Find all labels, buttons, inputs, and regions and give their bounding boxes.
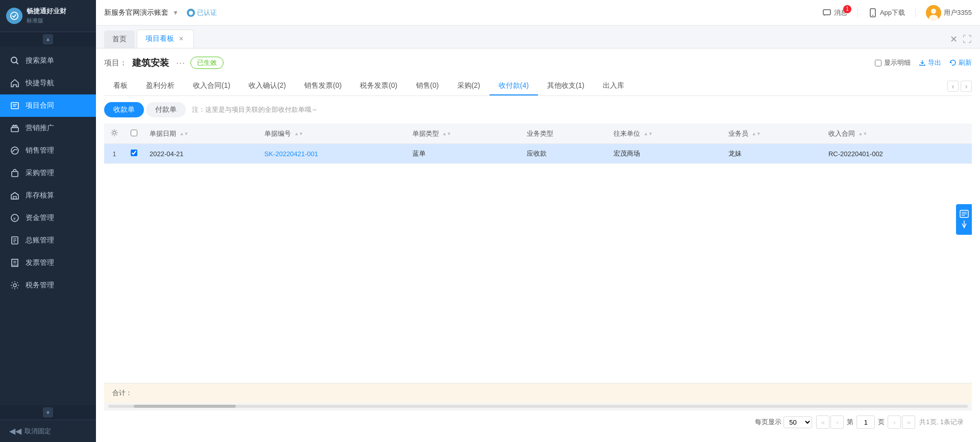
col-biz-type: 业务类型 [521,124,607,144]
table-row[interactable]: 1 2022-04-21 SK-20220421-001 蓝单 应收款 宏茂商场 [104,144,972,164]
row-number[interactable]: SK-20220421-001 [258,144,406,164]
scroll-thumb[interactable] [134,405,236,408]
sidebar-item-ledger[interactable]: 总账管理 [0,229,96,252]
float-panel-icon [960,209,969,230]
row-partner: 宏茂商场 [607,144,722,164]
row-number-link[interactable]: SK-20220421-001 [264,150,318,158]
number-sort-icon: ▲▼ [294,132,303,136]
search-menu-icon [9,55,20,66]
sub-tabs-prev-btn[interactable]: ‹ [947,81,959,92]
tab-project-board[interactable]: 项目看板 ✕ [137,30,194,48]
refresh-btn[interactable]: 刷新 [949,58,972,67]
verified-badge: 已认证 [187,8,217,17]
sidebar-item-tax[interactable]: 税务管理 [0,274,96,297]
sub-tab-income-confirm[interactable]: 收入确认(2) [239,77,295,95]
last-page-btn[interactable]: » [902,415,915,429]
sub-tabs-next-btn[interactable]: › [961,81,972,92]
sub-tab-purchase[interactable]: 采购(2) [448,77,489,95]
main-area: 新服务官网演示账套 ▼ 已认证 消息 1 [96,0,980,442]
inner-tab-receipt[interactable]: 收款单 [104,102,144,117]
messages-btn[interactable]: 消息 1 [822,8,847,17]
home-icon [9,78,20,89]
sidebar-item-quick-nav[interactable]: 快捷导航 [0,72,96,94]
col-partner[interactable]: 往来单位 ▲▼ [607,124,722,144]
app-download-btn[interactable]: App下载 [868,8,905,17]
show-detail-input[interactable] [875,60,881,66]
sidebar-item-tax-label: 税务管理 [26,281,54,290]
export-btn[interactable]: 导出 [919,58,941,67]
sub-tab-income-contract[interactable]: 收入合同(1) [184,77,239,95]
scroll-up-btn[interactable]: ▲ [43,34,53,44]
sidebar-item-purchase-label: 采购管理 [26,168,54,178]
sub-tab-other-expense[interactable]: 其他收支(1) [538,77,594,95]
col-number[interactable]: 单据编号 ▲▼ [258,124,406,144]
col-income-contract[interactable]: 收入合同 ▲▼ [822,124,972,144]
row-index: 1 [104,144,125,164]
sub-tab-tax-invoice[interactable]: 税务发票(0) [351,77,406,95]
account-dropdown-icon[interactable]: ▼ [172,8,180,17]
sidebar-header: 畅捷通好业财 标准版 [0,0,96,32]
chart-icon [9,145,20,156]
inner-tab-payment[interactable]: 付款单 [146,102,186,117]
sidebar-item-finance[interactable]: ¥ 资金管理 [0,207,96,229]
export-icon [919,59,926,66]
first-page-btn[interactable]: « [816,415,829,429]
sidebar-item-marketing[interactable]: 营销推广 [0,117,96,139]
sub-tab-kanban[interactable]: 看板 [104,77,137,95]
sub-tab-profit[interactable]: 盈利分析 [137,77,184,95]
svg-point-1 [11,57,17,63]
sub-tab-sales-invoice[interactable]: 销售发票(0) [295,77,351,95]
sub-tab-inout[interactable]: 出入库 [594,77,633,95]
sidebar-item-inventory[interactable]: 库存核算 [0,184,96,207]
col-date[interactable]: 单据日期 ▲▼ [143,124,258,144]
row-checkbox[interactable] [131,150,137,156]
user-menu-btn[interactable]: 用户3355 [926,5,972,20]
project-more-btn[interactable]: ··· [176,58,185,68]
tab-close-btn[interactable]: ✕ [177,35,185,43]
sidebar-item-finance-label: 资金管理 [26,213,54,223]
show-detail-checkbox[interactable]: 显示明细 [875,58,911,67]
sub-tab-receipt[interactable]: 收付款(4) [489,77,538,95]
next-page-btn[interactable]: › [888,415,901,429]
svg-text:¥: ¥ [13,216,16,221]
scroll-down-btn[interactable]: ▼ [43,407,53,418]
col-type[interactable]: 单据类型 ▲▼ [406,124,521,144]
page-input[interactable] [856,415,875,429]
total-info: 共1页, 1条记录 [919,418,964,427]
prev-page-btn[interactable]: ‹ [830,415,844,429]
sidebar-item-search[interactable]: 搜索菜单 [0,50,96,72]
svg-point-27 [113,131,116,134]
sidebar-item-sales[interactable]: 销售管理 [0,139,96,162]
select-all-checkbox[interactable] [131,130,137,136]
per-page-select[interactable]: 50 20 100 [783,416,812,428]
close-window-btn[interactable]: ✕ [950,35,958,44]
sidebar-unpin[interactable]: ◀◀ 取消固定 [0,420,96,442]
svg-rect-3 [11,103,18,109]
tab-home[interactable]: 首页 [104,31,135,48]
divider [857,8,858,18]
sidebar-item-invoice[interactable]: 发票管理 [0,252,96,274]
tab-project-board-label: 项目看板 [145,34,174,43]
col-checkbox[interactable] [125,124,143,144]
float-panel[interactable] [956,204,972,235]
row-type: 蓝单 [406,144,521,164]
content-area: 收款单 付款单 注：这里是与项目关联的全部收付款单哦～ [104,102,972,434]
row-biz-type: 应收款 [521,144,607,164]
money-icon: ¥ [9,212,20,224]
sidebar-item-inventory-label: 库存核算 [26,191,54,200]
topbar: 新服务官网演示账套 ▼ 已认证 消息 1 [96,0,980,26]
col-salesperson[interactable]: 业务员 ▲▼ [722,124,822,144]
sidebar-item-project-contract[interactable]: 项目合同 [0,94,96,117]
sidebar-scroll-up: ▲ [0,32,96,46]
row-checkbox-cell[interactable] [125,144,143,164]
sub-tab-sales[interactable]: 销售(0) [407,77,448,95]
date-sort-icon: ▲▼ [180,132,189,136]
svg-rect-6 [11,128,18,132]
maximize-window-btn[interactable]: ⛶ [963,35,972,44]
avatar [926,5,941,20]
inner-tab-hint: 注：这里是与项目关联的全部收付款单哦～ [192,105,318,114]
partner-sort-icon: ▲▼ [644,132,653,136]
sidebar-item-purchase[interactable]: 采购管理 [0,162,96,184]
col-settings[interactable] [104,124,125,144]
sidebar-item-invoice-label: 发票管理 [26,258,54,267]
